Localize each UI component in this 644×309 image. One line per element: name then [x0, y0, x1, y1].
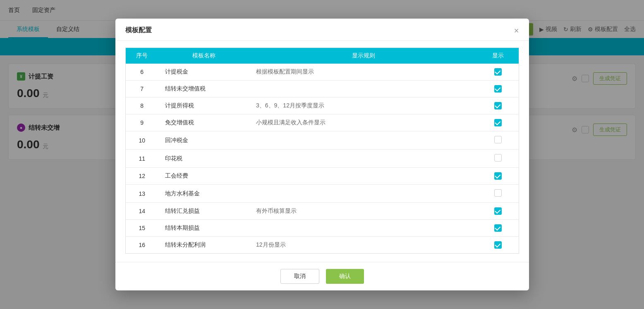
modal-title: 模板配置: [125, 26, 152, 35]
table-row: 13地方水利基金: [125, 185, 519, 203]
cell-rule-2: 3、6、9、12月按季度显示: [249, 97, 477, 114]
modal-close-button[interactable]: ×: [514, 26, 519, 35]
cell-check-9: [477, 220, 519, 237]
table-row: 12工会经费: [125, 168, 519, 185]
cell-seq-6: 12: [125, 168, 158, 185]
cell-check-0: [477, 64, 519, 81]
cell-seq-3: 9: [125, 114, 158, 131]
table-row: 16结转未分配利润12月份显示: [125, 237, 519, 254]
checkbox-checked-0[interactable]: [494, 68, 502, 76]
modal-footer: 取消 确认: [115, 262, 529, 290]
cell-seq-10: 16: [125, 237, 158, 254]
col-header-seq: 序号: [125, 48, 158, 64]
cell-name-1: 结转未交增值税: [158, 81, 249, 97]
cell-rule-0: 根据模板配置期间显示: [249, 64, 477, 81]
table-row: 6计提税金根据模板配置期间显示: [125, 64, 519, 81]
cell-rule-8: 有外币核算显示: [249, 203, 477, 220]
modal-header: 模板配置 ×: [115, 19, 529, 41]
table-header: 序号 模板名称 显示规则 显示: [125, 48, 519, 64]
config-table: 序号 模板名称 显示规则 显示 6计提税金根据模板配置期间显示7结转未交增值税8…: [125, 48, 519, 254]
checkbox-checked-2[interactable]: [494, 102, 502, 109]
table-row: 10回冲税金: [125, 131, 519, 150]
modal-template-config: 模板配置 × 序号 模板名称 显示规则 显示 6: [115, 19, 529, 290]
cell-check-3: [477, 114, 519, 131]
cell-name-8: 结转汇兑损益: [158, 203, 249, 220]
cell-check-8: [477, 203, 519, 220]
table-row: 8计提所得税3、6、9、12月按季度显示: [125, 97, 519, 114]
table-row: 7结转未交增值税: [125, 81, 519, 97]
cell-name-0: 计提税金: [158, 64, 249, 81]
cell-seq-9: 15: [125, 220, 158, 237]
checkbox-unchecked-7[interactable]: [494, 189, 502, 197]
cell-rule-10: 12月份显示: [249, 237, 477, 254]
cell-seq-2: 8: [125, 97, 158, 114]
cell-check-4: [477, 131, 519, 150]
table-row: 15结转本期损益: [125, 220, 519, 237]
col-header-display: 显示: [477, 48, 519, 64]
checkbox-checked-6[interactable]: [494, 172, 502, 180]
cell-check-7: [477, 185, 519, 203]
cell-name-7: 地方水利基金: [158, 185, 249, 203]
confirm-button[interactable]: 确认: [326, 269, 364, 284]
cell-name-3: 免交增值税: [158, 114, 249, 131]
cell-name-10: 结转未分配利润: [158, 237, 249, 254]
cell-check-5: [477, 150, 519, 168]
cell-check-10: [477, 237, 519, 254]
checkbox-checked-8[interactable]: [494, 207, 502, 215]
table-row: 9免交增值税小规模且满足收入条件显示: [125, 114, 519, 131]
cell-check-1: [477, 81, 519, 97]
cell-rule-4: [249, 131, 477, 150]
modal-body: 序号 模板名称 显示规则 显示 6计提税金根据模板配置期间显示7结转未交增值税8…: [115, 41, 529, 262]
cell-name-5: 印花税: [158, 150, 249, 168]
cell-name-4: 回冲税金: [158, 131, 249, 150]
cell-rule-5: [249, 150, 477, 168]
cell-seq-8: 14: [125, 203, 158, 220]
col-header-name: 模板名称: [158, 48, 249, 64]
checkbox-checked-9[interactable]: [494, 224, 502, 232]
cell-rule-3: 小规模且满足收入条件显示: [249, 114, 477, 131]
checkbox-checked-3[interactable]: [494, 119, 502, 126]
cell-rule-1: [249, 81, 477, 97]
table-row: 11印花税: [125, 150, 519, 168]
checkbox-checked-1[interactable]: [494, 85, 502, 93]
cell-rule-7: [249, 185, 477, 203]
cell-seq-4: 10: [125, 131, 158, 150]
cell-name-2: 计提所得税: [158, 97, 249, 114]
cell-check-2: [477, 97, 519, 114]
cell-name-9: 结转本期损益: [158, 220, 249, 237]
cell-rule-9: [249, 220, 477, 237]
col-header-rule: 显示规则: [249, 48, 477, 64]
table-body: 6计提税金根据模板配置期间显示7结转未交增值税8计提所得税3、6、9、12月按季…: [125, 64, 519, 254]
checkbox-checked-10[interactable]: [494, 241, 502, 249]
table-scroll-wrapper[interactable]: 序号 模板名称 显示规则 显示 6计提税金根据模板配置期间显示7结转未交增值税8…: [125, 48, 519, 254]
cell-seq-7: 13: [125, 185, 158, 203]
cell-rule-6: [249, 168, 477, 185]
checkbox-unchecked-4[interactable]: [494, 136, 502, 143]
cell-seq-5: 11: [125, 150, 158, 168]
cancel-button[interactable]: 取消: [280, 269, 319, 284]
table-row: 14结转汇兑损益有外币核算显示: [125, 203, 519, 220]
cell-seq-1: 7: [125, 81, 158, 97]
cell-name-6: 工会经费: [158, 168, 249, 185]
cell-check-6: [477, 168, 519, 185]
cell-seq-0: 6: [125, 64, 158, 81]
checkbox-unchecked-5[interactable]: [494, 154, 502, 162]
modal-overlay: 模板配置 × 序号 模板名称 显示规则 显示 6: [0, 0, 644, 309]
